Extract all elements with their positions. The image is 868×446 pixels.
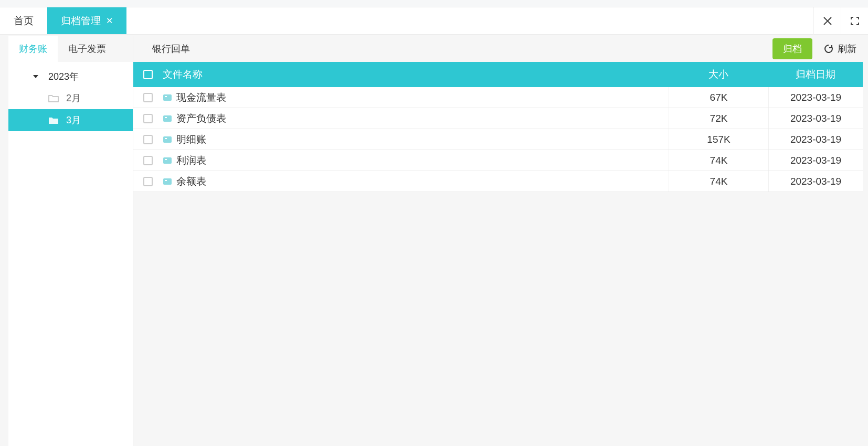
- fullscreen-icon: [850, 16, 860, 26]
- row-checkbox[interactable]: [143, 114, 153, 123]
- sub-tab-row: 财务账 电子发票: [8, 36, 133, 62]
- file-name: 资产负债表: [176, 112, 226, 125]
- file-icon: [163, 135, 172, 144]
- tab-archive-management[interactable]: 归档管理 ✕: [47, 7, 126, 34]
- close-icon[interactable]: ✕: [106, 17, 113, 25]
- svg-rect-8: [163, 178, 172, 185]
- table-header-row: 文件名称 大小 归档日期: [133, 62, 863, 87]
- th-date: 归档日期: [768, 68, 863, 81]
- th-filename: 文件名称: [163, 68, 669, 81]
- select-all-checkbox[interactable]: [143, 70, 153, 79]
- row-checkbox[interactable]: [143, 177, 153, 186]
- file-icon: [163, 93, 172, 102]
- file-size: 67K: [669, 87, 768, 108]
- tree-month-label: 3月: [66, 114, 81, 126]
- file-name: 明细账: [176, 133, 206, 146]
- main-panel: 银行回单 归档 刷新 文件名称 大小 归档日期: [133, 36, 868, 446]
- file-name: 现金流量表: [176, 91, 226, 104]
- folder-tree: 2023年 2月 3月: [8, 62, 133, 446]
- file-size: 74K: [669, 171, 768, 192]
- file-icon: [163, 156, 172, 165]
- toolbar: 银行回单 归档 刷新: [133, 36, 868, 62]
- fullscreen-button[interactable]: [841, 7, 868, 35]
- tree-month-label: 2月: [66, 92, 81, 104]
- file-size: 72K: [669, 108, 768, 129]
- svg-rect-0: [163, 94, 172, 101]
- top-tab-bar: 首页 归档管理 ✕: [0, 7, 868, 35]
- file-date: 2023-03-19: [768, 87, 863, 108]
- tab-home[interactable]: 首页: [0, 7, 47, 34]
- table-row[interactable]: 现金流量表 67K 2023-03-19: [133, 87, 863, 108]
- row-checkbox[interactable]: [143, 135, 153, 144]
- sub-tab-einvoice[interactable]: 电子发票: [58, 36, 117, 62]
- refresh-icon: [824, 44, 833, 54]
- refresh-button[interactable]: 刷新: [824, 43, 856, 55]
- top-right-actions: [813, 7, 868, 34]
- row-checkbox[interactable]: [143, 156, 153, 165]
- sub-tab-bank-label: 银行回单: [152, 43, 190, 55]
- folder-icon: [48, 94, 59, 102]
- th-size: 大小: [669, 68, 768, 81]
- top-hairline: [0, 0, 868, 7]
- caret-down-icon: [33, 74, 39, 79]
- svg-rect-4: [163, 136, 172, 143]
- table-row[interactable]: 明细账 157K 2023-03-19: [133, 129, 863, 150]
- archive-button[interactable]: 归档: [772, 38, 812, 59]
- sub-tab-einvoice-label: 电子发票: [68, 43, 106, 55]
- tree-month-feb[interactable]: 2月: [8, 87, 133, 109]
- file-size: 157K: [669, 129, 768, 150]
- svg-rect-2: [163, 115, 172, 122]
- svg-rect-6: [163, 157, 172, 164]
- refresh-label: 刷新: [838, 43, 856, 55]
- file-name: 余额表: [176, 175, 206, 188]
- row-checkbox[interactable]: [143, 93, 153, 102]
- file-name: 利润表: [176, 154, 206, 167]
- tree-year-node[interactable]: 2023年: [8, 66, 133, 87]
- sidebar: 财务账 电子发票 2023年 2月: [8, 36, 133, 446]
- sub-tab-finance-label: 财务账: [19, 43, 47, 55]
- close-icon: [823, 16, 832, 26]
- table-row[interactable]: 利润表 74K 2023-03-19: [133, 150, 863, 171]
- table-row[interactable]: 余额表 74K 2023-03-19: [133, 171, 863, 192]
- content-root: 财务账 电子发票 2023年 2月: [0, 35, 868, 446]
- svg-rect-5: [165, 138, 167, 139]
- file-date: 2023-03-19: [768, 171, 863, 192]
- file-icon: [163, 177, 172, 186]
- file-date: 2023-03-19: [768, 129, 863, 150]
- svg-rect-3: [165, 117, 167, 118]
- tab-home-label: 首页: [14, 14, 34, 28]
- sub-tab-bank[interactable]: 银行回单: [144, 43, 200, 55]
- svg-rect-9: [165, 180, 167, 181]
- table-row[interactable]: 资产负债表 72K 2023-03-19: [133, 108, 863, 129]
- file-date: 2023-03-19: [768, 108, 863, 129]
- tree-month-mar[interactable]: 3月: [8, 109, 133, 131]
- sub-tab-finance[interactable]: 财务账: [8, 36, 58, 62]
- svg-rect-1: [165, 96, 167, 97]
- file-size: 74K: [669, 150, 768, 171]
- tab-archive-label: 归档管理: [61, 14, 101, 28]
- file-date: 2023-03-19: [768, 150, 863, 171]
- tree-year-label: 2023年: [48, 70, 79, 83]
- svg-rect-7: [165, 159, 167, 160]
- folder-icon: [48, 116, 59, 124]
- close-window-button[interactable]: [813, 7, 841, 35]
- file-icon: [163, 114, 172, 123]
- file-table: 文件名称 大小 归档日期 现金流量表 67K 2023-03-19 资产负债表: [133, 62, 863, 192]
